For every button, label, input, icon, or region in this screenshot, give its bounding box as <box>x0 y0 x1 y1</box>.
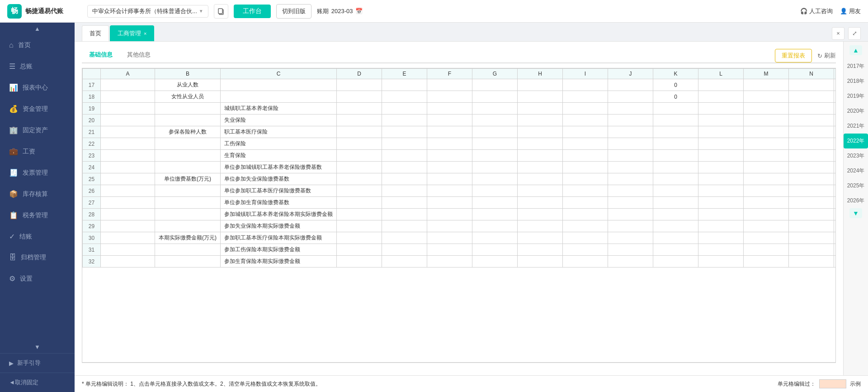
cell-a[interactable] <box>101 79 155 91</box>
sidebar-item-invoice[interactable]: 🧾 发票管理 <box>0 162 75 183</box>
cell-b[interactable] <box>155 138 221 150</box>
cell-m[interactable] <box>744 185 789 197</box>
cell-d[interactable] <box>337 185 382 197</box>
sub-tab-other[interactable]: 其他信息 <box>120 47 158 63</box>
cell-c[interactable]: 城镇职工基本养老保险 <box>221 103 337 115</box>
sidebar-item-ledger[interactable]: ☰ 总账 <box>0 56 75 77</box>
cell-o[interactable] <box>834 185 836 197</box>
cell-l[interactable] <box>698 126 744 138</box>
cell-f[interactable] <box>427 197 472 209</box>
sidebar-item-finance[interactable]: 💰 资金管理 <box>0 98 75 120</box>
cell-c[interactable]: 参加职工基本医疗保险本期实际缴费金额 <box>221 232 337 244</box>
cell-h[interactable] <box>518 244 563 256</box>
cell-h[interactable] <box>518 197 563 209</box>
cell-d[interactable] <box>337 150 382 162</box>
cell-f[interactable] <box>427 91 472 103</box>
cell-a[interactable] <box>101 103 155 115</box>
cell-k[interactable] <box>653 173 698 185</box>
cell-g[interactable] <box>472 79 518 91</box>
cell-e[interactable] <box>382 162 427 173</box>
cell-o[interactable] <box>834 138 836 150</box>
cell-c[interactable] <box>221 91 337 103</box>
sidebar-new-user[interactable]: ▶ 新手引导 <box>0 353 75 373</box>
reset-report-button[interactable]: 重置报表 <box>775 49 812 62</box>
sidebar-item-salary[interactable]: 💼 工资 <box>0 141 75 162</box>
cell-o[interactable] <box>834 79 836 91</box>
cell-f[interactable] <box>427 220 472 232</box>
consult-button[interactable]: 🎧 人工咨询 <box>800 7 833 15</box>
cell-e[interactable] <box>382 103 427 115</box>
cell-d[interactable] <box>337 138 382 150</box>
cell-b[interactable]: 从业人数 <box>155 79 221 91</box>
cell-d[interactable] <box>337 79 382 91</box>
year-item[interactable]: 2018年 <box>844 74 868 89</box>
year-item[interactable]: 2017年 <box>844 59 868 74</box>
cell-j[interactable] <box>608 256 653 268</box>
cell-k[interactable] <box>653 244 698 256</box>
cell-b[interactable]: 女性从业人员 <box>155 91 221 103</box>
cell-o[interactable] <box>834 232 836 244</box>
cell-o[interactable] <box>834 91 836 103</box>
cell-a[interactable] <box>101 232 155 244</box>
cell-f[interactable] <box>427 126 472 138</box>
cell-h[interactable] <box>518 91 563 103</box>
year-item[interactable]: 2021年 <box>844 119 868 134</box>
cell-g[interactable] <box>472 150 518 162</box>
cell-f[interactable] <box>427 162 472 173</box>
cell-f[interactable] <box>427 244 472 256</box>
cell-g[interactable] <box>472 244 518 256</box>
cell-o[interactable] <box>834 244 836 256</box>
cell-k[interactable] <box>653 220 698 232</box>
spreadsheet[interactable]: A B C D E F G H I J <box>82 68 836 363</box>
cell-i[interactable] <box>563 220 608 232</box>
cell-a[interactable] <box>101 162 155 173</box>
cell-a[interactable] <box>101 220 155 232</box>
workbench-button[interactable]: 工作台 <box>234 5 271 18</box>
cell-i[interactable] <box>563 244 608 256</box>
cell-l[interactable] <box>698 232 744 244</box>
cell-f[interactable] <box>427 115 472 126</box>
cell-g[interactable] <box>472 126 518 138</box>
cell-j[interactable] <box>608 209 653 220</box>
cell-o[interactable] <box>834 103 836 115</box>
cell-j[interactable] <box>608 220 653 232</box>
cell-o[interactable] <box>834 115 836 126</box>
cell-d[interactable] <box>337 256 382 268</box>
cell-k[interactable] <box>653 185 698 197</box>
cell-m[interactable] <box>744 173 789 185</box>
cell-o[interactable] <box>834 173 836 185</box>
cell-j[interactable] <box>608 115 653 126</box>
cell-n[interactable] <box>789 232 834 244</box>
cell-m[interactable] <box>744 244 789 256</box>
cell-g[interactable] <box>472 115 518 126</box>
cell-d[interactable] <box>337 103 382 115</box>
cell-g[interactable] <box>472 256 518 268</box>
cell-c[interactable]: 单位参加职工基本医疗保险缴费基数 <box>221 185 337 197</box>
year-item[interactable]: 2020年 <box>844 104 868 119</box>
cell-h[interactable] <box>518 138 563 150</box>
cell-g[interactable] <box>472 209 518 220</box>
year-item[interactable]: 2024年 <box>844 163 868 178</box>
sidebar-item-inventory[interactable]: 📦 库存核算 <box>0 183 75 205</box>
cell-f[interactable] <box>427 138 472 150</box>
cell-o[interactable] <box>834 150 836 162</box>
cell-m[interactable] <box>744 115 789 126</box>
cell-k[interactable] <box>653 162 698 173</box>
cell-o[interactable] <box>834 197 836 209</box>
cell-l[interactable] <box>698 150 744 162</box>
cell-e[interactable] <box>382 115 427 126</box>
cell-l[interactable] <box>698 138 744 150</box>
cell-c[interactable]: 单位参加生育保险缴费基数 <box>221 197 337 209</box>
cell-e[interactable] <box>382 150 427 162</box>
cell-a[interactable] <box>101 115 155 126</box>
cell-n[interactable] <box>789 209 834 220</box>
cell-l[interactable] <box>698 162 744 173</box>
cell-i[interactable] <box>563 126 608 138</box>
cell-k[interactable] <box>653 197 698 209</box>
cell-e[interactable] <box>382 232 427 244</box>
cell-j[interactable] <box>608 197 653 209</box>
cell-f[interactable] <box>427 232 472 244</box>
cell-d[interactable] <box>337 244 382 256</box>
cell-d[interactable] <box>337 197 382 209</box>
cell-d[interactable] <box>337 115 382 126</box>
